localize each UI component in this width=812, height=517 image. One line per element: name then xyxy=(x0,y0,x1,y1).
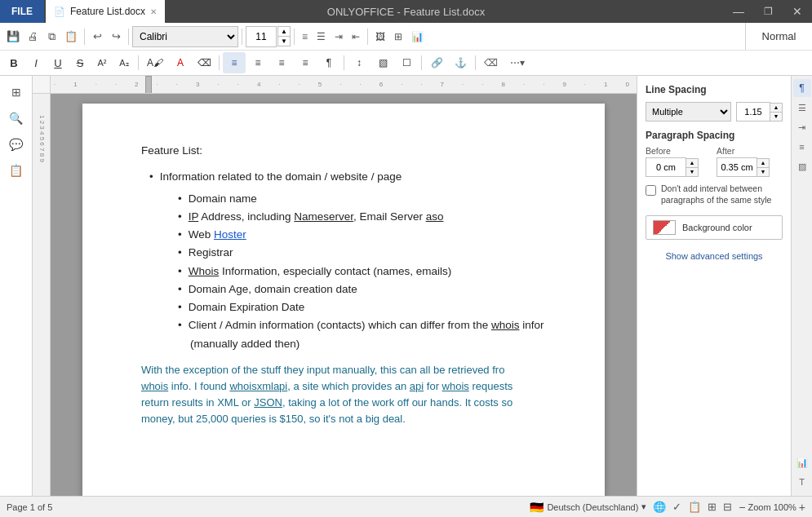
track-btn2[interactable]: 📋 xyxy=(688,501,701,513)
language-label: Deutsch (Deutschland) xyxy=(547,502,638,512)
spell-check-btn[interactable]: 🌐 xyxy=(653,501,666,513)
paragraph-mark-btn[interactable]: ¶ xyxy=(317,52,340,73)
style-normal-box[interactable]: Normal xyxy=(745,23,812,50)
align-justify-btn[interactable]: ≡ xyxy=(294,52,317,73)
tb-table-btn[interactable]: ⊞ xyxy=(390,29,406,45)
tb-print-btn[interactable]: 🖨 xyxy=(24,27,42,46)
link-btn[interactable]: 🔗 xyxy=(425,52,448,73)
underline-btn[interactable]: U xyxy=(47,52,69,73)
list-text-manually: (manually added then) xyxy=(190,338,300,350)
view-btn2[interactable]: ⊟ xyxy=(723,501,732,513)
doc-tab-label: Feature List.docx xyxy=(70,6,145,17)
rs-bg-icon[interactable]: ▧ xyxy=(793,157,811,175)
rs-chart-icon[interactable]: 📊 xyxy=(793,453,811,471)
tb-save-btn[interactable]: 💾 xyxy=(3,27,23,46)
eraser-btn[interactable]: ⌫ xyxy=(479,52,502,73)
sidebar-icon-file[interactable]: ⊞ xyxy=(3,81,29,104)
bullet-dot-l2-1: • xyxy=(178,209,182,225)
language-selector[interactable]: 🇩🇪 Deutsch (Deutschland) ▾ xyxy=(530,501,646,514)
rs-text-icon[interactable]: ☰ xyxy=(793,99,811,117)
rs-text2-icon[interactable]: T xyxy=(793,473,811,491)
zoom-out-btn[interactable]: − xyxy=(739,501,745,514)
layout-view-btn[interactable]: ⊞ xyxy=(708,501,717,513)
list-item-registrar: • Registrar xyxy=(178,245,546,261)
font-size-decrease-btn[interactable]: ▼ xyxy=(277,36,291,46)
doc-tab-close[interactable]: ✕ xyxy=(150,7,157,16)
line-spacing-type-select[interactable]: Multiple Single Double At least Exactly xyxy=(646,102,731,122)
list-item-l1-text: Information related to the domain / webs… xyxy=(160,169,402,185)
minimize-btn[interactable]: — xyxy=(723,0,754,23)
horizontal-ruler: ·1··2··3··4··5··6··7··8··9·10·11·12·13·1… xyxy=(51,76,637,94)
line-spacing-value-input[interactable] xyxy=(736,102,770,122)
tb-img-btn[interactable]: 🖼 xyxy=(371,29,389,45)
list-text-age: Domain Age, domain creation date xyxy=(189,281,357,298)
after-spacing-input[interactable] xyxy=(717,157,757,177)
list-text-hoster: Web Hoster xyxy=(189,227,246,243)
font-color-btn[interactable]: A xyxy=(169,52,192,73)
highlight-btn[interactable]: A🖌 xyxy=(142,52,168,73)
zoom-in-btn[interactable]: + xyxy=(799,501,805,514)
align-right-btn[interactable]: ≡ xyxy=(270,52,293,73)
doc-tab[interactable]: 📄 Feature List.docx ✕ xyxy=(46,0,165,23)
tb-undo-btn[interactable]: ↩ xyxy=(88,27,106,46)
strikethrough-btn[interactable]: S xyxy=(69,52,91,73)
tb-indent-btn[interactable]: ⇥ xyxy=(331,29,347,45)
font-family-select[interactable]: Calibri xyxy=(132,26,238,47)
restore-btn[interactable]: ❐ xyxy=(754,0,783,23)
align-left-btn[interactable]: ≡ xyxy=(223,52,246,73)
after-down-btn[interactable]: ▼ xyxy=(757,167,770,177)
doc-feature-list-title: Feature List: xyxy=(141,143,546,159)
border-btn[interactable]: ☐ xyxy=(395,52,418,73)
bullet-dot-l2-2: • xyxy=(178,227,182,243)
bg-color-label: Background color xyxy=(682,223,752,232)
subscript-btn[interactable]: A₂ xyxy=(113,52,135,73)
vertical-ruler: 1 2 3 4 5 6 7 8 9 xyxy=(33,94,51,496)
line-spacing-section-title: Line Spacing xyxy=(646,84,783,95)
sidebar-icon-search[interactable]: 🔍 xyxy=(3,107,29,130)
doc-paragraph: With the exception of the stuff they inp… xyxy=(141,362,546,428)
style-normal-label: Normal xyxy=(762,30,796,42)
superscript-btn[interactable]: A² xyxy=(91,52,113,73)
list-item-expiration: • Domain Expiration Date xyxy=(178,299,546,316)
list-text-expiration: Domain Expiration Date xyxy=(189,299,305,316)
bullet-dot-l1: • xyxy=(149,169,153,185)
shading-btn[interactable]: ▧ xyxy=(371,52,394,73)
bullet-dot-l2-4: • xyxy=(178,263,182,280)
no-interval-checkbox[interactable] xyxy=(646,185,656,196)
close-btn[interactable]: ✕ xyxy=(783,0,812,23)
page-count: Page 1 of 5 xyxy=(7,502,52,512)
file-tab[interactable]: FILE xyxy=(0,0,44,23)
list-text-ip: IP Address, including Nameserver, Email … xyxy=(189,209,444,225)
line-spacing-down-btn[interactable]: ▼ xyxy=(770,112,783,122)
align-center-btn[interactable]: ≡ xyxy=(246,52,269,73)
italic-btn[interactable]: I xyxy=(25,52,47,73)
bg-color-swatch xyxy=(653,220,676,235)
bold-btn[interactable]: B xyxy=(3,52,24,73)
list-item-domain-name: • Domain name xyxy=(178,191,546,207)
list-item-client: • Client / Admin information (contacts) … xyxy=(178,317,546,334)
tb-outdent-btn[interactable]: ⇤ xyxy=(348,29,364,45)
linespacing-btn[interactable]: ↕ xyxy=(348,52,371,73)
sidebar-icon-clipboard[interactable]: 📋 xyxy=(3,159,29,182)
show-advanced-link[interactable]: Show advanced settings xyxy=(646,248,783,264)
list-item-age: • Domain Age, domain creation date xyxy=(178,281,546,298)
rs-indent-icon[interactable]: ⇥ xyxy=(793,118,811,136)
before-spacing-input[interactable] xyxy=(646,157,686,177)
tb-copy-btn[interactable]: ⧉ xyxy=(42,27,60,46)
track-changes-btn[interactable]: ✓ xyxy=(672,501,681,513)
tb-redo-btn[interactable]: ↪ xyxy=(107,27,125,46)
tb-list2-btn[interactable]: ☰ xyxy=(313,29,330,45)
clear-format-btn[interactable]: ⌫ xyxy=(193,52,215,73)
more-btn[interactable]: ⋯▾ xyxy=(503,52,532,73)
tb-chart-btn[interactable]: 📊 xyxy=(407,29,428,45)
before-down-btn[interactable]: ▼ xyxy=(686,167,699,177)
no-interval-checkbox-row: Don't add interval between paragraphs of… xyxy=(646,183,783,205)
tb-paste-btn[interactable]: 📋 xyxy=(61,27,81,46)
font-size-input[interactable] xyxy=(246,26,277,47)
rs-list-icon[interactable]: ≡ xyxy=(793,138,811,156)
sidebar-icon-comment[interactable]: 💬 xyxy=(3,133,29,156)
tb-list-btn[interactable]: ≡ xyxy=(298,29,312,45)
droplink-btn[interactable]: ⚓ xyxy=(449,52,472,73)
rs-paragraph-icon[interactable]: ¶ xyxy=(793,79,811,97)
background-color-btn[interactable]: Background color xyxy=(646,215,783,240)
